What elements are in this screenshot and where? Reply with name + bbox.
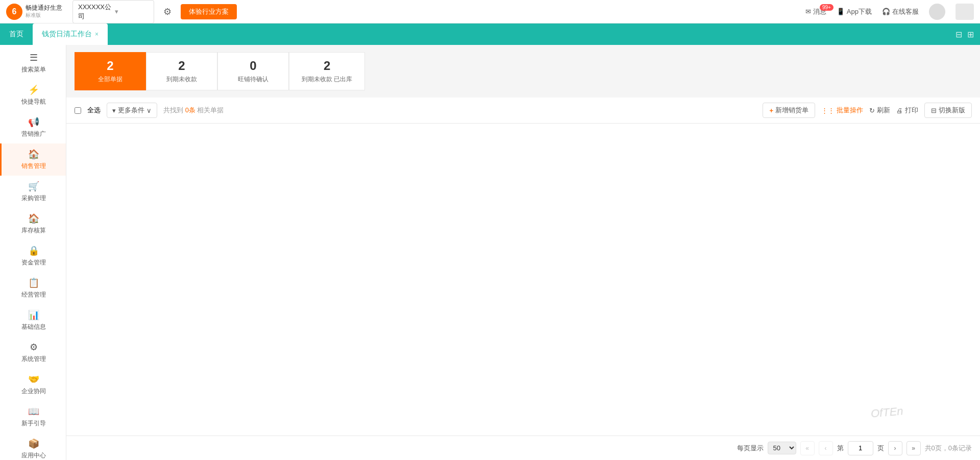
cooperation-icon: 🤝 (28, 374, 39, 385)
sidebar-item-quick-nav[interactable]: ⚡ 快捷导航 (0, 79, 66, 111)
stat-number-overdue: 2 (178, 59, 185, 73)
message-badge: 99+ (820, 4, 834, 11)
stat-number-all: 2 (107, 59, 113, 73)
plus-icon: + (769, 107, 773, 114)
sidebar-label-system: 系统管理 (21, 355, 46, 364)
table-area (66, 124, 980, 435)
sidebar-label-sales: 销售管理 (21, 162, 46, 171)
sidebar-label-marketing: 营销推广 (21, 130, 46, 138)
sidebar-item-cooperation[interactable]: 🤝 企业协同 (0, 369, 66, 401)
logo-text: 畅捷通好生意 (26, 4, 62, 12)
finance-icon: 🔒 (28, 245, 39, 256)
online-service-label: 在线客服 (892, 7, 919, 16)
filter-icon: ▾ (112, 107, 116, 114)
tab-active[interactable]: 钱货日清工作台 × (33, 23, 108, 45)
result-suffix: 相关单据 (197, 106, 224, 114)
main-layout: ☰ 搜索菜单 ⚡ 快捷导航 📢 营销推广 🏠 销售管理 🛒 采购管理 🏠 库存核… (0, 45, 980, 460)
sidebar: ☰ 搜索菜单 ⚡ 快捷导航 📢 营销推广 🏠 销售管理 🛒 采购管理 🏠 库存核… (0, 45, 66, 460)
sidebar-item-basic[interactable]: 📊 基础信息 (0, 304, 66, 336)
trial-button[interactable]: 体验行业方案 (181, 4, 237, 19)
sales-icon: 🏠 (28, 149, 39, 160)
logo: 6 畅捷通好生意 标准版 (6, 4, 72, 20)
select-all-checkbox[interactable] (75, 107, 81, 114)
gear-icon: ⚙ (163, 6, 172, 17)
stat-number-wangpu: 0 (250, 59, 256, 73)
filter-label: 更多条件 (118, 106, 144, 115)
marketing-icon: 📢 (28, 116, 39, 128)
first-page-button[interactable]: « (800, 441, 815, 455)
sidebar-label-apps: 应用中心 (21, 451, 46, 460)
print-label: 打印 (905, 106, 918, 115)
page-number-input[interactable] (848, 441, 873, 455)
settings-button[interactable]: ⚙ (159, 4, 176, 20)
print-icon: 🖨 (896, 107, 903, 114)
user-name-area[interactable] (955, 4, 974, 20)
add-sales-order-button[interactable]: + 新增销货单 (763, 103, 815, 118)
sidebar-item-marketing[interactable]: 📢 营销推广 (0, 111, 66, 143)
stat-card-all[interactable]: 2 全部单据 (75, 52, 146, 90)
sidebar-item-guide[interactable]: 📖 新手引导 (0, 401, 66, 433)
pagination: 每页显示 50 100 200 « ‹ 第 页 › » 共0页，0条记录 (66, 435, 980, 460)
add-btn-label: 新增销货单 (775, 106, 808, 115)
purchase-icon: 🛒 (28, 181, 39, 192)
online-service-btn[interactable]: 🎧 在线客服 (882, 7, 919, 16)
avatar[interactable] (929, 4, 945, 20)
sidebar-item-purchase[interactable]: 🛒 采购管理 (0, 176, 66, 208)
next-page-button[interactable]: › (888, 441, 902, 455)
stat-card-overdue[interactable]: 2 到期未收款 (146, 52, 217, 90)
batch-icon: ⋮⋮ (821, 107, 835, 114)
business-icon: 📋 (28, 277, 39, 288)
filter-button[interactable]: ▾ 更多条件 ∨ (107, 103, 157, 118)
stat-card-wangpu[interactable]: 0 旺铺待确认 (217, 52, 289, 90)
tabs-bar: 首页 钱货日清工作台 × ⊟ ⊞ (0, 23, 980, 45)
apps-icon: 📦 (28, 438, 39, 449)
system-icon: ⚙ (30, 342, 38, 353)
tab-minimize-button[interactable]: ⊟ (955, 30, 962, 39)
result-text: 共找到 0条 相关单据 (163, 106, 224, 115)
sidebar-label-inventory: 库存核算 (21, 226, 46, 235)
switch-version-label: 切换新版 (939, 106, 965, 115)
chevron-down-icon: ▾ (115, 8, 149, 15)
batch-label: 批量操作 (837, 106, 863, 115)
result-prefix: 共找到 (163, 106, 183, 114)
switch-icon: ⊟ (931, 107, 937, 114)
sidebar-item-search-menu[interactable]: ☰ 搜索菜单 (0, 47, 66, 79)
total-info: 共0页，0条记录 (925, 444, 972, 453)
sidebar-label-guide: 新手引导 (21, 419, 46, 428)
sidebar-item-business[interactable]: 📋 经营管理 (0, 272, 66, 304)
header: 6 畅捷通好生意 标准版 XXXXXX公司 ▾ ⚙ 体验行业方案 ✉ 消息 99… (0, 0, 980, 23)
message-icon: ✉ (805, 8, 811, 15)
content: 2 全部单据 2 到期未收款 0 旺铺待确认 2 到期未收款 已出库 全选 ▾ … (66, 45, 980, 460)
sidebar-item-inventory[interactable]: 🏠 库存核算 (0, 208, 66, 240)
print-button[interactable]: 🖨 打印 (896, 106, 918, 115)
sidebar-label-search-menu: 搜索菜单 (21, 65, 46, 74)
per-page-select[interactable]: 50 100 200 (768, 442, 796, 454)
search-menu-icon: ☰ (30, 52, 38, 63)
app-download-btn[interactable]: 📱 App下载 (837, 7, 872, 16)
stat-card-shipped[interactable]: 2 到期未收款 已出库 (289, 52, 365, 90)
stat-label-overdue: 到期未收款 (166, 75, 197, 84)
tab-maximize-button[interactable]: ⊞ (967, 30, 974, 39)
sidebar-label-basic: 基础信息 (21, 323, 46, 331)
logo-icon: 6 (6, 4, 22, 20)
prev-page-button[interactable]: ‹ (819, 441, 833, 455)
chevron-icon: ∨ (146, 107, 152, 114)
tab-active-label: 钱货日清工作台 (42, 30, 92, 39)
tab-home[interactable]: 首页 (0, 23, 33, 45)
switch-version-button[interactable]: ⊟ 切换新版 (924, 103, 972, 118)
sidebar-item-apps[interactable]: 📦 应用中心 (0, 433, 66, 460)
result-count: 0条 (185, 106, 195, 114)
sidebar-item-sales[interactable]: 🏠 销售管理 (0, 143, 66, 176)
refresh-button[interactable]: ↻ 刷新 (869, 106, 890, 115)
sidebar-label-purchase: 采购管理 (21, 194, 46, 203)
batch-operation-button[interactable]: ⋮⋮ 批量操作 (821, 106, 863, 115)
last-page-button[interactable]: » (906, 441, 921, 455)
sidebar-label-quick-nav: 快捷导航 (21, 98, 46, 106)
company-selector[interactable]: XXXXXX公司 ▾ (72, 0, 154, 23)
stat-label-wangpu: 旺铺待确认 (238, 75, 268, 84)
tab-close-icon[interactable]: × (95, 31, 99, 38)
guide-icon: 📖 (28, 406, 39, 417)
message-btn[interactable]: ✉ 消息 99+ (805, 7, 826, 16)
sidebar-item-finance[interactable]: 🔒 资金管理 (0, 240, 66, 272)
sidebar-item-system[interactable]: ⚙ 系统管理 (0, 336, 66, 369)
